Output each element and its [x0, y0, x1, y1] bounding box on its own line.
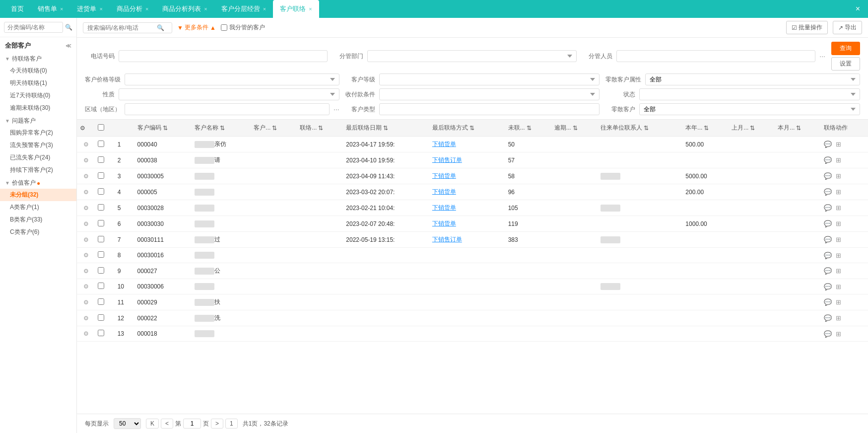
person-input[interactable]: [616, 50, 816, 62]
my-customers-checkbox[interactable]: 我分管的客户: [221, 23, 265, 32]
tab-close-customer-contact[interactable]: ×: [309, 6, 312, 12]
global-close-button[interactable]: ×: [852, 4, 864, 13]
sidebar-item-abnormal[interactable]: 囤购异常客户(2): [0, 127, 76, 139]
sidebar-item-today[interactable]: 今天待联络(0): [0, 65, 76, 77]
contact-icon-8[interactable]: 💬: [824, 267, 832, 275]
row-checkbox-3[interactable]: [98, 188, 104, 195]
reset-button[interactable]: 设置: [831, 57, 860, 71]
col-overdue[interactable]: 逾期...⇅: [551, 120, 598, 137]
prev-page-btn[interactable]: <: [161, 419, 173, 429]
contact-icon-10[interactable]: 💬: [824, 298, 832, 306]
export-btn[interactable]: ↗ 导出: [833, 21, 862, 34]
last-page-btn[interactable]: 1: [225, 419, 238, 429]
tab-close-sales[interactable]: ×: [60, 6, 63, 12]
row-cb-7[interactable]: [95, 248, 114, 263]
tab-close-analysis-list[interactable]: ×: [204, 6, 207, 12]
col-type[interactable]: 客户...⇅: [251, 120, 297, 137]
row-method-link-1[interactable]: 下销售订单: [432, 156, 462, 163]
payment-select[interactable]: [379, 88, 600, 100]
row-settings-8[interactable]: ⚙: [77, 263, 95, 279]
more-icon-12[interactable]: ⊞: [836, 330, 841, 338]
row-settings-1[interactable]: ⚙: [77, 152, 95, 168]
tab-close-customer-tier[interactable]: ×: [263, 6, 266, 12]
row-cb-6[interactable]: [95, 232, 114, 248]
row-settings-0[interactable]: ⚙: [77, 137, 95, 152]
contact-icon-9[interactable]: 💬: [824, 283, 832, 290]
row-settings-6[interactable]: ⚙: [77, 232, 95, 248]
dots-icon-2[interactable]: ···: [334, 105, 339, 113]
tab-analysis[interactable]: 商品分析×: [110, 0, 155, 18]
sidebar-search-icon[interactable]: 🔍: [65, 24, 72, 31]
more-icon-5[interactable]: ⊞: [836, 220, 841, 227]
row-method-link-4[interactable]: 下销货单: [432, 204, 456, 211]
row-method-link-5[interactable]: 下销货单: [432, 220, 456, 227]
row-settings-3[interactable]: ⚙: [77, 184, 95, 200]
search-input[interactable]: [87, 24, 157, 31]
retail-attr-select[interactable]: 全部: [645, 73, 860, 85]
contact-icon-6[interactable]: 💬: [824, 236, 832, 243]
first-page-btn[interactable]: K: [146, 419, 159, 429]
sidebar-group-problem[interactable]: ▼问题客户: [0, 114, 76, 127]
status-select[interactable]: [639, 88, 860, 100]
more-icon-8[interactable]: ⊞: [836, 267, 841, 275]
row-settings-4[interactable]: ⚙: [77, 200, 95, 216]
tab-sales[interactable]: 销售单×: [31, 0, 70, 18]
row-checkbox-6[interactable]: [98, 236, 104, 242]
col-this-month[interactable]: 本月...⇅: [775, 120, 821, 137]
col-no-contact[interactable]: 未联...⇅: [505, 120, 551, 137]
row-checkbox-5[interactable]: [98, 220, 104, 226]
more-icon-4[interactable]: ⊞: [836, 204, 841, 212]
more-icon-7[interactable]: ⊞: [836, 252, 841, 259]
phone-input[interactable]: [119, 50, 328, 62]
col-last-method[interactable]: 最后联络方式⇅: [429, 120, 505, 137]
sidebar-item-lost[interactable]: 已流失客户(24): [0, 151, 76, 164]
row-settings-2[interactable]: ⚙: [77, 168, 95, 184]
contact-icon-11[interactable]: 💬: [824, 314, 832, 322]
tab-close-analysis[interactable]: ×: [145, 6, 148, 12]
row-settings-5[interactable]: ⚙: [77, 216, 95, 232]
row-settings-11[interactable]: ⚙: [77, 310, 95, 326]
page-size-select[interactable]: 50 100: [114, 418, 141, 429]
contact-icon-7[interactable]: 💬: [824, 252, 832, 259]
sidebar-item-week[interactable]: 近7天待联络(0): [0, 89, 76, 102]
contact-icon-3[interactable]: 💬: [824, 188, 832, 196]
region-input[interactable]: [125, 103, 330, 115]
row-checkbox-9[interactable]: [98, 283, 104, 289]
row-cb-12[interactable]: [95, 326, 114, 342]
row-cb-8[interactable]: [95, 263, 114, 279]
sidebar-item-tomorrow[interactable]: 明天待联络(1): [0, 77, 76, 89]
row-cb-2[interactable]: [95, 168, 114, 184]
col-checkbox[interactable]: [95, 120, 114, 137]
row-checkbox-10[interactable]: [98, 298, 104, 305]
dept-select[interactable]: [367, 50, 576, 62]
more-conditions-btn[interactable]: ▼ 更多条件 ▲: [177, 23, 216, 32]
sidebar-item-a-class[interactable]: A类客户(1): [0, 201, 76, 214]
row-checkbox-1[interactable]: [98, 156, 104, 163]
dots-icon-1[interactable]: ···: [819, 52, 825, 60]
row-settings-10[interactable]: ⚙: [77, 294, 95, 310]
more-icon-6[interactable]: ⊞: [836, 236, 841, 243]
sidebar-item-churn-risk[interactable]: 流失预警客户(3): [0, 139, 76, 151]
more-icon-0[interactable]: ⊞: [836, 141, 841, 148]
contact-icon-4[interactable]: 💬: [824, 204, 832, 212]
select-all-checkbox[interactable]: [98, 124, 104, 131]
customer-level-select[interactable]: [379, 73, 600, 85]
query-button[interactable]: 查询: [831, 42, 860, 55]
col-contact[interactable]: 联络...⇅: [297, 120, 343, 137]
home-tab[interactable]: 首页: [4, 4, 31, 13]
sidebar-search-input[interactable]: [4, 22, 63, 33]
more-icon-9[interactable]: ⊞: [836, 283, 841, 290]
search-icon[interactable]: 🔍: [157, 24, 164, 31]
contact-icon-2[interactable]: 💬: [824, 172, 832, 180]
row-cb-4[interactable]: [95, 200, 114, 216]
row-checkbox-4[interactable]: [98, 204, 104, 211]
page-input[interactable]: [183, 419, 201, 429]
row-cb-1[interactable]: [95, 152, 114, 168]
customer-type-input[interactable]: [379, 103, 600, 115]
row-method-link-6[interactable]: 下销售订单: [432, 236, 462, 243]
sidebar-group-value[interactable]: ▼价值客户●: [0, 176, 76, 189]
all-customers-header[interactable]: 全部客户 ≪: [0, 37, 76, 52]
row-method-link-2[interactable]: 下销货单: [432, 172, 456, 179]
tab-close-purchase[interactable]: ×: [99, 6, 102, 12]
row-cb-10[interactable]: [95, 294, 114, 310]
